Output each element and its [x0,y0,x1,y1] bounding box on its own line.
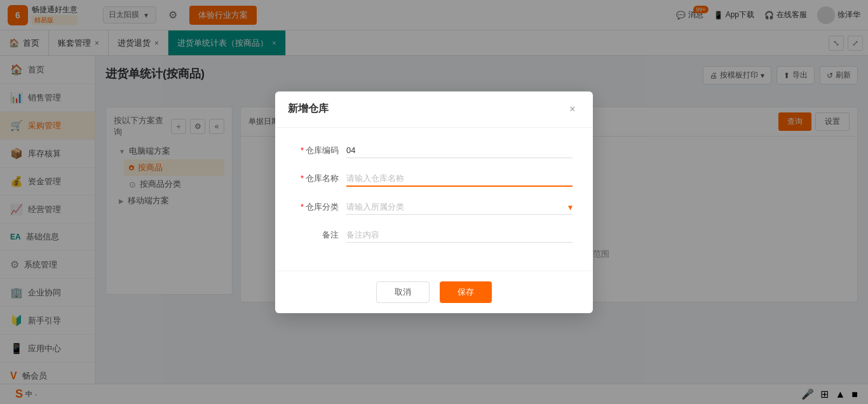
note-label: 备注 [295,229,346,241]
note-input[interactable] [346,227,573,243]
form-row-code: 仓库编码 [295,143,573,158]
code-input[interactable] [346,143,573,158]
category-select-wrap: 请输入所属分类 ▾ [346,199,573,215]
form-row-note: 备注 [295,227,573,243]
name-input[interactable] [346,171,573,187]
category-select[interactable]: 请输入所属分类 [346,199,573,215]
code-label: 仓库编码 [295,145,346,156]
modal-title: 新增仓库 [288,102,329,116]
save-button[interactable]: 保存 [440,281,492,303]
add-warehouse-modal: 新增仓库 × 仓库编码 仓库名称 仓库分类 请输入所属分类 [275,91,593,313]
name-label: 仓库名称 [295,173,346,184]
form-row-name: 仓库名称 [295,171,573,187]
modal-body: 仓库编码 仓库名称 仓库分类 请输入所属分类 ▾ 备注 [275,128,593,271]
modal-close-button[interactable]: × [565,102,580,117]
modal-header: 新增仓库 × [275,91,593,128]
category-label: 仓库分类 [295,201,346,213]
modal-overlay: 新增仓库 × 仓库编码 仓库名称 仓库分类 请输入所属分类 [0,0,868,404]
form-row-category: 仓库分类 请输入所属分类 ▾ [295,199,573,215]
modal-footer: 取消 保存 [275,271,593,313]
category-chevron-icon: ▾ [568,202,573,212]
cancel-button[interactable]: 取消 [376,281,430,303]
